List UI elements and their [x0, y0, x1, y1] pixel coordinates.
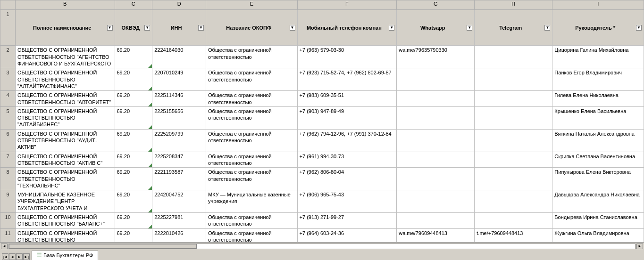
cell-7-h[interactable] [475, 152, 552, 168]
nav-last-btn[interactable]: ►| [23, 253, 30, 260]
cell-7-d[interactable]: 2225208347 [152, 152, 206, 168]
cell-3-c[interactable]: 69.20 [115, 68, 152, 91]
col-f-header[interactable]: F [297, 0, 397, 10]
cell-10-e[interactable]: Общества с ограниченной ответственностью [206, 213, 298, 229]
cell-4-h[interactable] [475, 91, 552, 107]
cell-8-h[interactable] [475, 168, 552, 190]
cell-8-c[interactable]: 69.20 [115, 168, 152, 190]
nav-prev-btn[interactable]: ◄ [9, 253, 16, 260]
cell-7-c[interactable]: 69.20 [115, 152, 152, 168]
cell-6-e[interactable]: Общества с ограниченной ответственностью [206, 129, 298, 152]
cell-9-d[interactable]: 2242004752 [152, 190, 206, 213]
cell-10-g[interactable] [397, 213, 475, 229]
table-row[interactable]: 8ОБЩЕСТВО С ОГРАНИЧЕННОЙ ОТВЕТСТВЕННОСТЬ… [0, 168, 644, 190]
cell-10-c[interactable]: 69.20 [115, 213, 152, 229]
col-c-header[interactable]: C [115, 0, 152, 10]
cell-6-d[interactable]: 2225209799 [152, 129, 206, 152]
scroll-left-btn[interactable]: ◄ [1, 244, 8, 249]
cell-2-g[interactable]: wa.me/79635790330 [397, 46, 475, 68]
horizontal-scrollbar[interactable]: ◄ ► [0, 242, 644, 250]
cell-5-b[interactable]: ОБЩЕСТВО С ОГРАНИЧЕННОЙ ОТВЕТСТВЕННОСТЬЮ… [15, 106, 115, 129]
cell-2-d[interactable]: 2224164030 [152, 46, 206, 68]
cell-3-d[interactable]: 2207010249 [152, 68, 206, 91]
table-row[interactable]: 7ОБЩЕСТВО С ОГРАНИЧЕННОЙ ОТВЕТСТВЕННОСТЬ… [0, 152, 644, 168]
cell-6-b[interactable]: ОБЩЕСТВО С ОГРАНИЧЕННОЙ ОТВЕТСТВЕННОСТЬЮ… [15, 129, 115, 152]
col-i-header[interactable]: I [552, 0, 644, 10]
filter-btn-h[interactable]: ▼ [544, 25, 550, 31]
col-e-header[interactable]: E [206, 0, 298, 10]
cell-4-g[interactable] [397, 91, 475, 107]
cell-2-h[interactable] [475, 46, 552, 68]
table-row[interactable]: 5ОБЩЕСТВО С ОГРАНИЧЕННОЙ ОТВЕТСТВЕННОСТЬ… [0, 106, 644, 129]
nav-first-btn[interactable]: |◄ [2, 253, 8, 260]
filter-btn-g[interactable]: ▼ [467, 25, 472, 31]
cell-8-f[interactable]: +7 (962) 806-80-04 [297, 168, 397, 190]
col-g-header[interactable]: G [397, 0, 475, 10]
cell-9-g[interactable] [397, 190, 475, 213]
cell-3-h[interactable] [475, 68, 552, 91]
cell-9-b[interactable]: МУНИЦИПАЛЬНОЕ КАЗЕННОЕ УЧРЕЖДЕНИЕ "ЦЕНТР… [15, 190, 115, 213]
cell-10-b[interactable]: ОБЩЕСТВО С ОГРАНИЧЕННОЙ ОТВЕТСТВЕННОСТЬЮ… [15, 213, 115, 229]
cell-5-h[interactable] [475, 106, 552, 129]
sheet-tab-main[interactable]: ☰ База Бухгалтеры РФ [32, 251, 98, 260]
scrollbar-thumb[interactable] [9, 244, 197, 249]
col-d-header[interactable]: D [152, 0, 206, 10]
filter-btn-i[interactable]: ▼ [636, 25, 642, 31]
cell-8-b[interactable]: ОБЩЕСТВО С ОГРАНИЧЕННОЙ ОТВЕТСТВЕННОСТЬЮ… [15, 168, 115, 190]
cell-8-g[interactable] [397, 168, 475, 190]
cell-4-c[interactable]: 69.20 [115, 91, 152, 107]
table-row[interactable]: 6ОБЩЕСТВО С ОГРАНИЧЕННОЙ ОТВЕТСТВЕННОСТЬ… [0, 129, 644, 152]
cell-3-e[interactable]: Общества с ограниченной ответственностью [206, 68, 298, 91]
cell-4-i[interactable]: Гилева Елена Николаевна [552, 91, 644, 107]
cell-9-e[interactable]: МКУ — Муниципальные казенные учреждения [206, 190, 298, 213]
cell-3-b[interactable]: ОБЩЕСТВО С ОГРАНИЧЕННОЙ ОТВЕТСТВЕННОСТЬЮ… [15, 68, 115, 91]
cell-6-g[interactable] [397, 129, 475, 152]
cell-4-e[interactable]: Общества с ограниченной ответственностью [206, 91, 298, 107]
cell-3-g[interactable] [397, 68, 475, 91]
filter-btn-f[interactable]: ▼ [389, 25, 394, 31]
cell-7-f[interactable]: +7 (961) 994-30-73 [297, 152, 397, 168]
cell-6-c[interactable]: 69.20 [115, 129, 152, 152]
cell-9-i[interactable]: Давыдова Александра Николаевна [552, 190, 644, 213]
filter-btn-b[interactable]: ▼ [107, 25, 113, 31]
cell-2-i[interactable]: Цицорина Галина Михайловна [552, 46, 644, 68]
cell-10-i[interactable]: Бондырева Ирина Станиславовна [552, 213, 644, 229]
cell-5-d[interactable]: 2225155656 [152, 106, 206, 129]
filter-btn-d[interactable]: ▼ [198, 25, 204, 31]
cell-2-c[interactable]: 69.20 [115, 46, 152, 68]
col-h-header[interactable]: H [475, 0, 552, 10]
cell-8-i[interactable]: Пипунырова Елена Викторовна [552, 168, 644, 190]
cell-5-f[interactable]: +7 (903) 947-89-49 [297, 106, 397, 129]
cell-7-i[interactable]: Скрипка Светлана Валентиновна [552, 152, 644, 168]
cell-3-i[interactable]: Панков Егор Владимирович [552, 68, 644, 91]
cell-2-f[interactable]: +7 (963) 579-03-30 [297, 46, 397, 68]
cell-2-b[interactable]: ОБЩЕСТВО С ОГРАНИЧЕННОЙ ОТВЕТСТВЕННОСТЬЮ… [15, 46, 115, 68]
cell-9-h[interactable] [475, 190, 552, 213]
table-row[interactable]: 4ОБЩЕСТВО С ОГРАНИЧЕННОЙ ОТВЕТСТВЕННОСТЬ… [0, 91, 644, 107]
table-row[interactable]: 2ОБЩЕСТВО С ОГРАНИЧЕННОЙ ОТВЕТСТВЕННОСТЬ… [0, 46, 644, 68]
cell-5-c[interactable]: 69.20 [115, 106, 152, 129]
cell-5-e[interactable]: Общества с ограниченной ответственностью [206, 106, 298, 129]
cell-8-e[interactable]: Общества с ограниченной ответственностью [206, 168, 298, 190]
cell-9-f[interactable]: +7 (906) 965-75-43 [297, 190, 397, 213]
cell-10-d[interactable]: 2225227981 [152, 213, 206, 229]
scrollbar-track[interactable] [8, 244, 636, 249]
table-row[interactable]: 10ОБЩЕСТВО С ОГРАНИЧЕННОЙ ОТВЕТСТВЕННОСТ… [0, 213, 644, 229]
cell-5-g[interactable] [397, 106, 475, 129]
cell-10-h[interactable] [475, 213, 552, 229]
cell-7-b[interactable]: ОБЩЕСТВО С ОГРАНИЧЕННОЙ ОТВЕТСТВЕННОСТЬЮ… [15, 152, 115, 168]
cell-4-d[interactable]: 2225114346 [152, 91, 206, 107]
cell-10-f[interactable]: +7 (913) 271-99-27 [297, 213, 397, 229]
cell-2-e[interactable]: Общества с ограниченной ответственностью [206, 46, 298, 68]
cell-5-i[interactable]: Крышенко Елена Васильевна [552, 106, 644, 129]
nav-next-btn[interactable]: ► [16, 253, 23, 260]
filter-btn-e[interactable]: ▼ [290, 25, 295, 31]
cell-7-g[interactable] [397, 152, 475, 168]
cell-4-b[interactable]: ОБЩЕСТВО С ОГРАНИЧЕННОЙ ОТВЕТСТВЕННОСТЬЮ… [15, 91, 115, 107]
scroll-right-btn[interactable]: ► [636, 244, 643, 249]
col-b-header[interactable]: B [15, 0, 115, 10]
table-row[interactable]: 9МУНИЦИПАЛЬНОЕ КАЗЕННОЕ УЧРЕЖДЕНИЕ "ЦЕНТ… [0, 190, 644, 213]
cell-6-h[interactable] [475, 129, 552, 152]
table-row[interactable]: 3ОБЩЕСТВО С ОГРАНИЧЕННОЙ ОТВЕТСТВЕННОСТЬ… [0, 68, 644, 91]
cell-6-i[interactable]: Вяткина Наталья Александровна [552, 129, 644, 152]
